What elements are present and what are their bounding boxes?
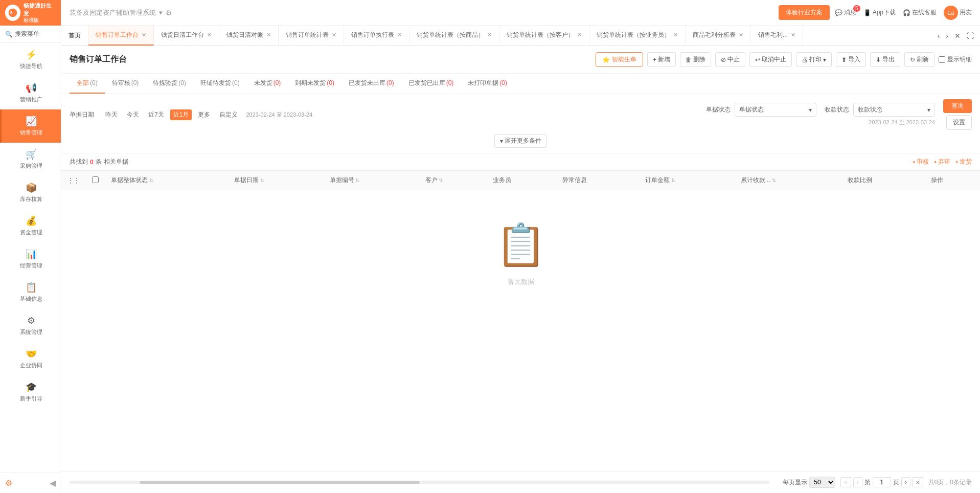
tab-close-icon[interactable]: ✕ — [791, 32, 795, 38]
set-btn[interactable]: 设置 — [946, 115, 972, 130]
tab-3[interactable]: 钱货日清对账✕ — [219, 26, 279, 46]
tab-close-icon[interactable]: ✕ — [142, 32, 146, 38]
nav-label: 库存核算 — [20, 195, 42, 203]
sidebar-item-资金管理[interactable]: 💰资金管理 — [0, 209, 61, 242]
payment-filter-select[interactable]: 收款状态 ▾ — [853, 103, 935, 117]
tab-close-icon[interactable]: ✕ — [487, 32, 492, 38]
collapse-icon[interactable]: ◀ — [50, 478, 56, 488]
refresh-btn[interactable]: ↻ 刷新 — [904, 52, 935, 67]
sidebar-item-新手引导[interactable]: 🎓新手引导 — [0, 375, 61, 409]
tab-close-icon[interactable]: ✕ — [207, 32, 212, 38]
tab-10[interactable]: 销售毛利...✕ — [751, 26, 803, 46]
sub-tab-待审核[interactable]: 待审核(0) — [105, 74, 146, 94]
prev-page-btn[interactable]: ‹ — [853, 477, 862, 487]
cancel-review-btn[interactable]: 弃审 — [934, 158, 950, 166]
th-单据编号[interactable]: 单据编号 — [324, 171, 419, 190]
sub-tab-到期未发货[interactable]: 到期未发货(0) — [288, 74, 341, 94]
industry-btn[interactable]: 体验行业方案 — [779, 5, 830, 20]
tab-close-icon[interactable]: ✕ — [266, 32, 271, 38]
stop-btn[interactable]: ⊘ 中止 — [715, 52, 745, 67]
sidebar-item-系统管理[interactable]: ⚙系统管理 — [0, 309, 61, 342]
th-累计收款...[interactable]: 累计收款... — [735, 171, 841, 190]
message-action[interactable]: 💬 消息 5 — [835, 8, 856, 17]
sidebar-item-采购管理[interactable]: 🛒采购管理 — [0, 143, 61, 176]
tabs-close-btn[interactable]: ✕ — [952, 31, 963, 41]
sub-tab-已发货未出库[interactable]: 已发货未出库(0) — [341, 74, 401, 94]
per-page-select[interactable]: 50 10 20 100 — [809, 477, 835, 488]
import-icon: ⬆ — [841, 56, 847, 63]
smart-btn[interactable]: ⭐ 智能生单 — [596, 52, 643, 67]
tab-7[interactable]: 销货单统计表（按客户）✕ — [499, 26, 589, 46]
settings-icon[interactable]: ⚙ — [5, 478, 12, 488]
app-download-action[interactable]: 📱 App下载 — [863, 8, 896, 17]
date-option-近7天[interactable]: 近7天 — [145, 109, 167, 120]
date-option-昨天[interactable]: 昨天 — [102, 109, 121, 120]
date-option-近1月[interactable]: 近1月 — [170, 109, 192, 120]
date-option-自定义[interactable]: 自定义 — [216, 109, 241, 120]
sub-tab-未发货[interactable]: 未发货(0) — [247, 74, 288, 94]
sidebar-item-营销推广[interactable]: 📢营销推广 — [0, 76, 61, 109]
show-detail-checkbox[interactable] — [939, 56, 945, 63]
delete-btn[interactable]: 🗑 删除 — [680, 52, 711, 67]
tab-close-icon[interactable]: ✕ — [673, 32, 678, 38]
sidebar-search[interactable]: 🔍 搜索菜单 — [0, 26, 61, 43]
sub-tab-已发货已出库[interactable]: 已发货已出库(0) — [401, 74, 461, 94]
add-btn[interactable]: + 新增 — [647, 52, 676, 67]
cancel-stop-btn[interactable]: ↩ 取消中止 — [749, 52, 792, 67]
sub-tab-未打印单据[interactable]: 未打印单据(0) — [461, 74, 514, 94]
th-客户[interactable]: 客户 — [419, 171, 487, 190]
tab-close-icon[interactable]: ✕ — [332, 32, 336, 38]
tab-close-icon[interactable]: ✕ — [397, 32, 402, 38]
import-btn[interactable]: ⬆ 导入 — [836, 52, 866, 67]
select-all-checkbox[interactable] — [92, 176, 99, 183]
sub-tab-label: 到期未发货 — [295, 79, 326, 86]
sidebar-item-经营管理[interactable]: 📊经营管理 — [0, 242, 61, 276]
sub-tab-待拣验货[interactable]: 待拣验货(0) — [146, 74, 193, 94]
tab-8[interactable]: 销货单统计表（按业务员）✕ — [589, 26, 686, 46]
tabs-next-btn[interactable]: › — [944, 31, 950, 41]
tab-close-icon[interactable]: ✕ — [739, 32, 743, 38]
sidebar-item-库存核算[interactable]: 📦库存核算 — [0, 176, 61, 209]
date-option-今天[interactable]: 今天 — [124, 109, 142, 120]
print-btn[interactable]: 🖨 打印 ▾ — [796, 52, 832, 67]
sidebar-item-快捷导航[interactable]: ⚡快捷导航 — [0, 43, 61, 76]
topbar-dropdown-icon[interactable]: ▾ — [159, 9, 163, 16]
sidebar-item-企业协同[interactable]: 🤝企业协同 — [0, 342, 61, 375]
topbar-settings-icon[interactable]: ⚙ — [166, 9, 172, 17]
tab-6[interactable]: 销货单统计表（按商品）✕ — [409, 26, 499, 46]
th-订单金额[interactable]: 订单金额 — [639, 171, 735, 190]
last-page-btn[interactable]: » — [913, 477, 923, 487]
status-filter-select[interactable]: 单据状态 ▾ — [735, 103, 816, 117]
expand-btn[interactable]: ▾ 展开更多条件 — [494, 134, 547, 148]
tab-close-icon[interactable]: ✕ — [577, 32, 582, 38]
tab-4[interactable]: 销售订单统计表✕ — [279, 26, 344, 46]
show-detail-label[interactable]: 显示明细 — [939, 55, 972, 64]
sub-tab-label: 已发货未出库 — [349, 79, 385, 86]
first-page-btn[interactable]: « — [840, 477, 851, 487]
online-service-action[interactable]: 🎧 在线客服 — [903, 8, 937, 17]
tabs-prev-btn[interactable]: ‹ — [936, 31, 942, 41]
ship-btn[interactable]: 发货 — [955, 158, 972, 166]
sub-tab-全部[interactable]: 全部(0) — [70, 74, 105, 94]
th-单据整体状态[interactable]: 单据整体状态 — [105, 171, 228, 190]
tab-home[interactable]: 首页 — [61, 26, 88, 45]
export-btn[interactable]: ⬇ 导出 — [870, 52, 900, 67]
review-btn[interactable]: 审核 — [913, 158, 929, 166]
date-option-更多[interactable]: 更多 — [195, 109, 213, 120]
page-input[interactable] — [873, 477, 891, 487]
user-action[interactable]: Ea 用友 — [944, 6, 972, 20]
tabs-maximize-btn[interactable]: ⛶ — [965, 31, 976, 41]
mobile-icon: 📱 — [863, 9, 871, 16]
nav-label: 营销推广 — [20, 96, 42, 103]
th-单据日期[interactable]: 单据日期 — [228, 171, 324, 190]
sub-tab-旺铺待发货[interactable]: 旺铺待发货(0) — [193, 74, 247, 94]
next-page-btn[interactable]: › — [901, 477, 910, 487]
tab-2[interactable]: 钱货日清工作台✕ — [154, 26, 219, 46]
tab-5[interactable]: 销售订单执行表✕ — [344, 26, 409, 46]
tab-1[interactable]: 销售订单工作台✕ — [88, 26, 154, 46]
query-btn[interactable]: 查询 — [943, 99, 972, 113]
sidebar-item-基础信息[interactable]: 📋基础信息 — [0, 276, 61, 309]
scrollbar-thumb[interactable] — [140, 481, 420, 484]
tab-9[interactable]: 商品毛利分析表✕ — [686, 26, 751, 46]
sidebar-item-销售管理[interactable]: 📈销售管理 — [0, 109, 61, 143]
